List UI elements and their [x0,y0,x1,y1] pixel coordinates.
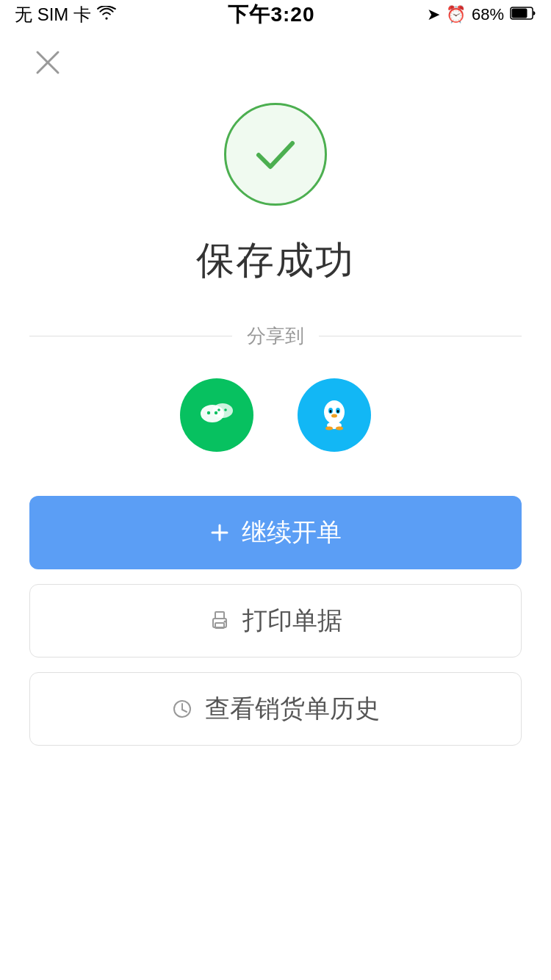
share-wechat-button[interactable] [180,378,253,452]
svg-point-7 [215,411,217,414]
share-icons-container [180,378,371,452]
share-qq-button[interactable] [298,378,371,452]
status-left: 无 SIM 卡 [15,3,116,26]
svg-rect-22 [215,612,224,619]
svg-point-5 [212,403,233,418]
main-content: 保存成功 分享到 [0,29,551,775]
battery-level: 68% [472,5,504,24]
close-button[interactable] [29,44,66,81]
status-time: 下午3:20 [228,1,314,29]
svg-rect-1 [511,9,527,18]
continue-label: 继续开单 [242,516,342,550]
plus-icon [209,522,230,543]
success-title: 保存成功 [196,235,355,287]
printer-icon [209,610,231,632]
divider-line-right [319,336,522,336]
location-icon: ➤ [427,5,440,24]
history-label: 查看销货单历史 [205,692,380,726]
sim-status: 无 SIM 卡 [15,3,91,26]
print-button[interactable]: 打印单据 [29,584,522,657]
status-bar: 无 SIM 卡 下午3:20 ➤ ⏰ 68% [0,0,551,29]
svg-point-17 [325,427,333,430]
svg-point-24 [224,621,226,623]
history-button[interactable]: 查看销货单历史 [29,672,522,746]
svg-point-15 [337,410,339,413]
svg-point-9 [224,408,227,411]
continue-button[interactable]: 继续开单 [29,496,522,569]
svg-point-10 [324,400,345,424]
svg-point-8 [217,408,220,411]
wifi-icon [97,4,116,25]
success-icon [224,103,327,206]
svg-point-6 [207,411,210,414]
share-label: 分享到 [232,323,319,349]
alarm-icon: ⏰ [446,5,466,24]
share-divider: 分享到 [29,323,522,349]
divider-line-left [29,336,232,336]
svg-line-27 [182,710,187,712]
battery-icon [510,5,536,24]
close-button-container [29,44,522,81]
print-label: 打印单据 [242,604,342,638]
svg-point-16 [331,414,337,418]
clock-icon [171,698,193,720]
svg-point-18 [336,427,343,430]
status-right: ➤ ⏰ 68% [427,5,536,24]
action-buttons: 继续开单 打印单据 查看销货单 [29,496,522,746]
svg-point-14 [330,410,332,413]
